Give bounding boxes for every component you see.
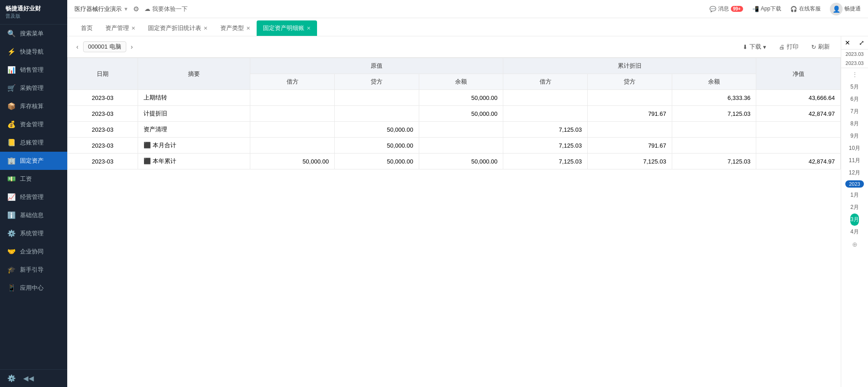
month-item[interactable]: 10月 — [849, 142, 860, 154]
month-item[interactable]: 5月 — [849, 81, 860, 93]
operations-icon: 📈 — [7, 193, 15, 201]
month-item[interactable]: 9月 — [849, 130, 860, 142]
month-item[interactable]: 2月 — [848, 201, 861, 213]
current-year-section: 2023 — [845, 179, 863, 189]
company-selector[interactable]: 医疗器械行业演示 ▾ — [74, 5, 128, 13]
col-accumulated-depreciation: 累计折旧 — [503, 58, 756, 74]
enterprise-icon: 🤝 — [7, 248, 15, 256]
close-panel-icon[interactable]: ✕ — [845, 39, 850, 46]
month-item[interactable]: 12月 — [849, 167, 860, 179]
settings-bottom-icon[interactable]: ⚙️ — [7, 374, 16, 382]
sidebar-item-quick-nav[interactable]: ⚡ 快捷导航 — [0, 43, 67, 61]
scroll-up-icon[interactable]: ⋮ — [852, 68, 858, 81]
sidebar-item-purchase[interactable]: 🛒 采购管理 — [0, 79, 67, 97]
settings-icon[interactable]: ⚙ — [133, 5, 139, 13]
sidebar-item-base-info[interactable]: ℹ️ 基础信息 — [0, 206, 67, 224]
scroll-down-icon[interactable]: ⊕ — [852, 238, 858, 251]
inventory-icon: 📦 — [7, 102, 15, 110]
close-icon[interactable]: ✕ — [203, 25, 208, 31]
months-before: 5月6月7月8月9月10月11月12月 — [849, 81, 860, 179]
sidebar-item-label: 固定资产 — [20, 157, 44, 165]
table-row: 2023-03⬛本月合计50,000.007,125.03791.67 — [68, 138, 841, 154]
sidebar-item-sales[interactable]: 📊 销售管理 — [0, 61, 67, 79]
month-item[interactable]: 6月 — [849, 93, 860, 105]
tab-asset-management[interactable]: 资产管理 ✕ — [99, 20, 142, 36]
experience-button[interactable]: ☁ 我要体验一下 — [144, 5, 188, 13]
table-row: 2023-03上期结转50,000.006,333.3643,666.64 — [68, 90, 841, 106]
app-download-button[interactable]: 📲 App下载 — [752, 5, 781, 13]
download-icon: ⬇ — [743, 44, 748, 50]
sidebar-item-label: 资金管理 — [20, 120, 44, 129]
sidebar-item-ledger[interactable]: 📒 总账管理 — [0, 134, 67, 152]
asset-code: 000001 电脑 — [83, 41, 126, 52]
data-table-wrap: 日期 摘要 原值 累计折旧 净值 借方 贷方 余额 借方 贷方 余额 — [67, 58, 841, 169]
sidebar-item-guide[interactable]: 🎓 新手引导 — [0, 261, 67, 279]
tab-home[interactable]: 首页 — [74, 20, 99, 36]
tabbar: 首页 资产管理 ✕ 固定资产折旧统计表 ✕ 资产类型 ✕ 固定资产明细账 ✕ — [67, 18, 868, 36]
message-icon: 💬 — [709, 6, 716, 12]
right-sidebar: ✕ ⤢ 2023.03 2023.03 ⋮ 5月6月7月8月9月10月11月12… — [841, 36, 868, 387]
month-item[interactable]: 7月 — [849, 105, 860, 118]
experience-label: 我要体验一下 — [152, 5, 188, 13]
finance-icon: 💰 — [7, 120, 15, 129]
refresh-button[interactable]: ↻ 刷新 — [808, 41, 833, 53]
sidebar: 畅捷通好业财 普及版 🔍 搜索菜单 ⚡ 快捷导航 📊 销售管理 🛒 采购管理 📦… — [0, 0, 67, 387]
sidebar-item-label: 系统管理 — [20, 229, 44, 238]
sidebar-item-fixed-assets[interactable]: 🏢 固定资产 — [0, 152, 67, 170]
month-item[interactable]: 3月 — [850, 213, 859, 226]
sidebar-item-finance[interactable]: 💰 资金管理 — [0, 115, 67, 134]
customer-service-button[interactable]: 🎧 在线客服 — [790, 5, 821, 13]
table-row: 2023-03资产清理50,000.007,125.03 — [68, 122, 841, 138]
tab-asset-detail-label: 固定资产明细账 — [263, 24, 304, 32]
sidebar-item-app-center[interactable]: 📱 应用中心 — [0, 279, 67, 297]
tab-asset-management-label: 资产管理 — [105, 24, 129, 32]
ledger-icon: 📒 — [7, 139, 15, 147]
tab-asset-type[interactable]: 资产类型 ✕ — [214, 20, 257, 36]
month-item[interactable]: 1月 — [848, 189, 861, 201]
month-item[interactable]: 4月 — [848, 226, 861, 238]
print-button[interactable]: 🖨 打印 — [775, 41, 802, 53]
expand-panel-icon[interactable]: ⤢ — [859, 39, 864, 46]
refresh-icon: ↻ — [811, 44, 816, 50]
tab-asset-detail[interactable]: 固定资产明细账 ✕ — [257, 20, 317, 36]
sidebar-item-search[interactable]: 🔍 搜索菜单 — [0, 25, 67, 43]
message-badge: 99+ — [731, 6, 743, 12]
summary-icon: ⬛ — [144, 142, 151, 149]
sidebar-item-operations[interactable]: 📈 经营管理 — [0, 188, 67, 206]
sidebar-item-label: 销售管理 — [20, 66, 44, 74]
refresh-label: 刷新 — [818, 43, 830, 51]
month-item[interactable]: 11月 — [849, 154, 860, 167]
message-button[interactable]: 💬 消息 99+ — [709, 5, 743, 13]
sidebar-item-system[interactable]: ⚙️ 系统管理 — [0, 224, 67, 243]
close-icon[interactable]: ✕ — [246, 25, 250, 31]
sidebar-item-label: 新手引导 — [20, 266, 44, 274]
table-row: 2023-03计提折旧50,000.00791.677,125.0342,874… — [68, 106, 841, 122]
collapse-icon[interactable]: ◀◀ — [23, 374, 34, 382]
company-name: 医疗器械行业演示 — [74, 5, 122, 13]
download-button[interactable]: ⬇ 下载 ▾ — [739, 41, 770, 53]
user-avatar-area[interactable]: 👤 畅捷通 — [830, 3, 861, 15]
main-area: 医疗器械行业演示 ▾ ⚙ ☁ 我要体验一下 💬 消息 99+ 📲 App下载 🎧… — [67, 0, 868, 387]
close-icon[interactable]: ✕ — [131, 25, 135, 31]
month-item[interactable]: 8月 — [849, 118, 860, 130]
col-orig-balance: 余额 — [419, 74, 503, 90]
tab-asset-type-label: 资产类型 — [220, 24, 244, 32]
guide-icon: 🎓 — [7, 266, 15, 274]
next-asset-button[interactable]: › — [129, 42, 135, 51]
year-label[interactable]: 2023.03 — [841, 50, 868, 59]
year-label-2[interactable]: 2023.03 — [841, 59, 868, 68]
main-panel: ‹ 000001 电脑 › ⬇ 下载 ▾ 🖨 打印 ↻ — [67, 36, 841, 387]
sidebar-item-inventory[interactable]: 📦 库存核算 — [0, 97, 67, 115]
cloud-icon: ☁ — [144, 5, 150, 12]
quick-nav-icon: ⚡ — [7, 48, 15, 56]
sidebar-item-label: 企业协同 — [20, 248, 44, 256]
close-icon[interactable]: ✕ — [307, 25, 311, 31]
tab-depreciation-table[interactable]: 固定资产折旧统计表 ✕ — [142, 20, 214, 36]
topbar: 医疗器械行业演示 ▾ ⚙ ☁ 我要体验一下 💬 消息 99+ 📲 App下载 🎧… — [67, 0, 868, 18]
sidebar-item-salary[interactable]: 💵 工资 — [0, 170, 67, 188]
col-acc-debit: 借方 — [503, 74, 588, 90]
customer-service-label: 在线客服 — [799, 5, 821, 13]
col-orig-credit: 贷方 — [334, 74, 419, 90]
sidebar-item-enterprise[interactable]: 🤝 企业协同 — [0, 243, 67, 261]
prev-asset-button[interactable]: ‹ — [74, 42, 80, 51]
